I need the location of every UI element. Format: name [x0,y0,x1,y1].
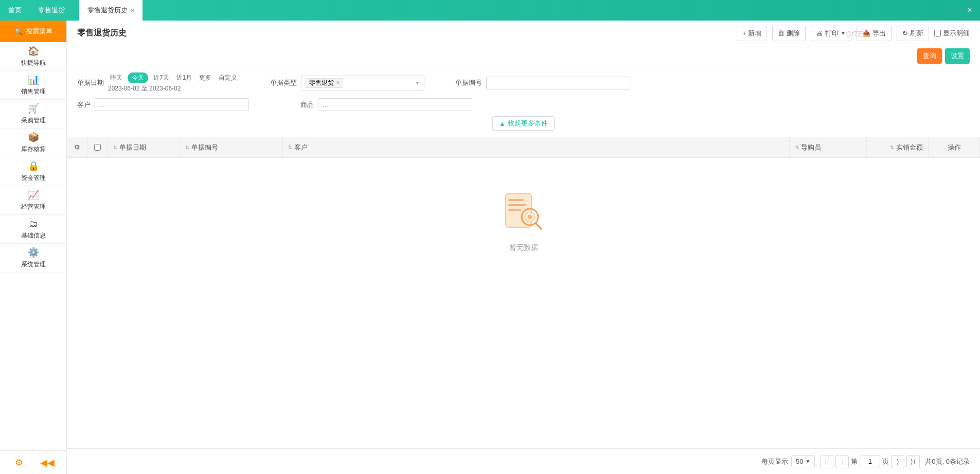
query-button[interactable]: 查询 [917,48,942,64]
date-options-wrap: 昨天 今天 近7天 近1月 更多 自定义 2023-06-02 至 2023-0… [108,72,239,93]
collapse-up-icon: ▲ [499,120,506,127]
show-detail-checkbox[interactable] [934,30,941,37]
tab-retail-return-close[interactable]: × [68,7,71,13]
settings-bottom-button[interactable]: ⚙ [11,454,27,471]
date-filter-label: 单据日期 [77,78,104,87]
page-header: 零售退货历史 + 新增 🗑 删除 🖨 打印 ▼ 📤 导出 ↻ [67,21,980,46]
delete-button[interactable]: 🗑 删除 [772,26,806,41]
goods-filter-item: 商品 ... [300,98,472,111]
export-button[interactable]: 📤 导出 [857,26,892,41]
page-last-button[interactable]: ⟩⟩ [906,455,920,468]
svg-point-7 [528,215,532,219]
content-area: 零售退货历史 + 新增 🗑 删除 🖨 打印 ▼ 📤 导出 ↻ [67,21,980,474]
page-actions: + 新增 🗑 删除 🖨 打印 ▼ 📤 导出 ↻ 刷新 [737,26,970,41]
sidebar-item-inventory[interactable]: 📦 库存核算 [0,129,66,157]
show-detail-wrap: 显示明细 [934,29,970,38]
system-icon: ⚙️ [28,247,39,258]
date-range-text: 2023-06-02 至 2023-06-02 [108,84,239,93]
date-opt-today[interactable]: 今天 [128,72,148,83]
customer-label: 客户 [77,100,91,110]
th-settings[interactable]: ⚙ [67,137,87,157]
sidebar-item-quick-nav[interactable]: 🏠 快捷导航 [0,42,66,71]
svg-line-6 [536,223,541,229]
topbar: 首页 零售退货 × 零售退货历史 × × [0,0,980,21]
customer-select[interactable]: ... [95,98,249,111]
th-date[interactable]: ⇅ 单据日期 [108,137,180,157]
delete-icon: 🗑 [778,29,785,37]
query-settings-row: 查询 设置 [67,46,980,66]
settings-bottom-icon: ⚙ [15,457,23,468]
page-prev-button[interactable]: ⟨ [835,455,849,468]
print-button[interactable]: 🖨 打印 ▼ [811,26,851,41]
sort-date-icon: ⇅ [113,144,117,150]
page-size-dropdown-icon: ▼ [805,459,810,464]
sort-guide-icon: ⇅ [795,144,799,150]
print-icon: 🖨 [816,29,823,37]
date-opt-more[interactable]: 更多 [197,72,213,83]
doc-no-filter-item: 单据编号 [455,77,630,89]
menu-bottom-button[interactable]: ◀◀ [39,454,56,471]
sales-icon: 📊 [28,74,39,85]
tab-list: 首页 零售退货 × 零售退货历史 × [0,0,959,21]
date-filter-item: 单据日期 昨天 今天 近7天 近1月 更多 自定义 2023-06-02 至 2… [77,72,239,93]
empty-state: 暂无数据 [67,158,980,283]
main-layout: 🔍 搜索菜单 🏠 快捷导航 📊 销售管理 🛒 采购管理 📦 库存核算 🔒 [0,21,980,474]
tab-retail-return-history-close[interactable]: × [131,7,134,13]
date-opt-7days[interactable]: 近7天 [151,72,171,83]
sidebar-item-basic-info[interactable]: 🗂 基础信息 [0,215,66,244]
basic-info-icon: 🗂 [29,218,38,229]
menu-bottom-icon: ◀◀ [40,457,55,468]
doc-type-tag-close[interactable]: × [336,79,340,86]
export-icon: 📤 [862,29,870,37]
filter-row-2: 客户 ... 商品 ... [77,98,970,111]
page-number-input[interactable] [860,455,880,467]
th-operate: 操作 [929,137,980,157]
tab-home[interactable]: 首页 [0,0,30,21]
sidebar-nav: 🏠 快捷导航 📊 销售管理 🛒 采购管理 📦 库存核算 🔒 资金管理 📈 [0,42,66,450]
sidebar-item-operations[interactable]: 📈 经营管理 [0,186,66,215]
doc-no-input[interactable] [486,77,630,89]
page-next-button[interactable]: ⟩ [891,455,904,468]
th-customer[interactable]: ⇅ 客户 [283,137,790,157]
filter-area: 单据日期 昨天 今天 近7天 近1月 更多 自定义 2023-06-02 至 2… [67,66,980,137]
refresh-button[interactable]: ↻ 刷新 [897,26,929,41]
tab-retail-return[interactable]: 零售退货 × [30,0,79,21]
purchase-icon: 🛒 [28,103,39,114]
sidebar-item-purchase[interactable]: 🛒 采购管理 [0,100,66,129]
pagination-bar: 每页显示 50 ▼ ⟨⟨ ⟨ 第 页 ⟩ ⟩⟩ 共0页, 0条记录 [67,448,980,474]
date-opt-custom[interactable]: 自定义 [217,72,239,83]
page-first-button[interactable]: ⟨⟨ [820,455,833,468]
customer-filter-item: 客户 ... [77,98,249,111]
date-opt-1month[interactable]: 近1月 [174,72,194,83]
th-guide[interactable]: ⇅ 导购员 [790,137,867,157]
finance-icon: 🔒 [28,160,39,172]
doc-type-label: 单据类型 [270,78,297,87]
sidebar-item-system[interactable]: ⚙️ 系统管理 [0,244,66,272]
select-all-checkbox[interactable] [94,144,101,151]
empty-text: 暂无数据 [509,243,538,252]
goods-select[interactable]: ... [318,98,472,111]
th-checkbox[interactable] [87,137,108,157]
date-opt-yesterday[interactable]: 昨天 [108,72,124,83]
sidebar-item-sales[interactable]: 📊 销售管理 [0,71,66,100]
doc-type-select[interactable]: 零售退货 × ▼ [301,76,424,90]
new-button[interactable]: + 新增 [737,26,767,41]
sort-amount-icon: ⇅ [890,144,894,150]
sidebar-item-finance[interactable]: 🔒 资金管理 [0,157,66,186]
window-close-button[interactable]: × [959,0,980,21]
total-count: 共0页, 0条记录 [925,457,970,466]
doc-type-filter-item: 单据类型 零售退货 × ▼ [270,76,424,90]
collapse-button[interactable]: ▲ 收起更多条件 [492,116,555,131]
sidebar: 🔍 搜索菜单 🏠 快捷导航 📊 销售管理 🛒 采购管理 📦 库存核算 🔒 [0,21,67,474]
sidebar-search[interactable]: 🔍 搜索菜单 [0,21,66,42]
table-header: ⚙ ⇅ 单据日期 ⇅ 单据编号 ⇅ 客户 ⇅ [67,137,980,158]
page-size-dropdown[interactable]: 50 ▼ [791,455,815,467]
svg-rect-1 [508,199,524,201]
goods-label: 商品 [300,100,314,110]
tab-retail-return-history[interactable]: 零售退货历史 × [79,0,142,21]
settings-column-icon: ⚙ [74,143,80,151]
th-order-no[interactable]: ⇅ 单据编号 [180,137,283,157]
page-nav: ⟨⟨ ⟨ 第 页 ⟩ ⟩⟩ [820,455,920,468]
settings-button[interactable]: 设置 [945,48,970,64]
th-amount[interactable]: ⇅ 实销金额 [867,137,929,157]
